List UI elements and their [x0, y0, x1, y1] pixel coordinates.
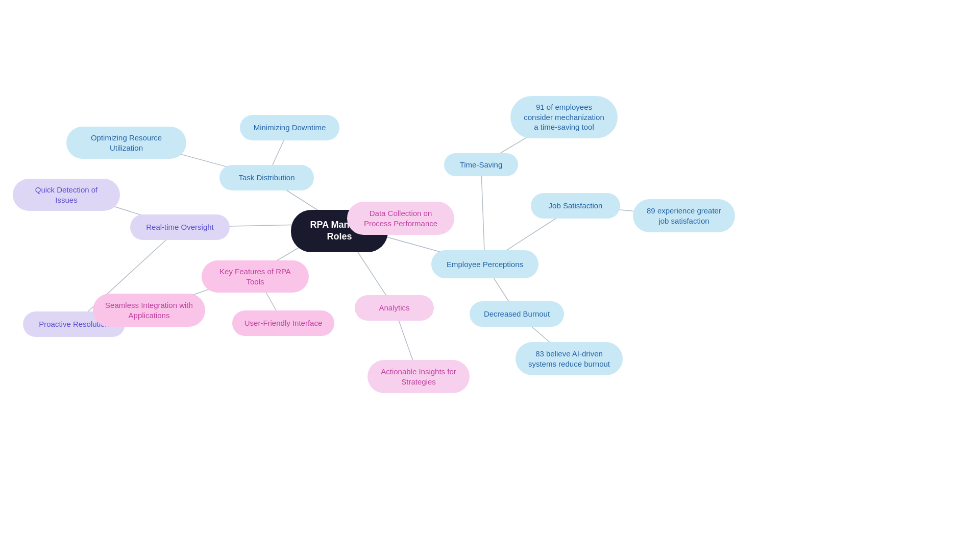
node-stat-jobsatisfaction[interactable]: 89 experience greater job satisfaction — [633, 199, 735, 232]
node-time-saving[interactable]: Time-Saving — [444, 153, 518, 176]
node-actionable-insights[interactable]: Actionable Insights for Strategies — [368, 360, 470, 393]
node-seamless-integration[interactable]: Seamless Integration with Applications — [93, 294, 205, 327]
node-stat-burnout[interactable]: 83 believe AI-driven systems reduce burn… — [516, 342, 623, 375]
node-optimizing-resource[interactable]: Optimizing Resource Utilization — [66, 127, 186, 159]
node-minimizing-downtime[interactable]: Minimizing Downtime — [240, 115, 339, 140]
node-key-features[interactable]: Key Features of RPA Tools — [202, 260, 309, 293]
node-real-time-oversight[interactable]: Real-time Oversight — [130, 214, 230, 240]
node-task-distribution[interactable]: Task Distribution — [219, 165, 314, 190]
node-stat-timesaving[interactable]: 91 of employees consider mechanization a… — [510, 96, 618, 138]
node-data-collection[interactable]: Data Collection on Process Performance — [347, 202, 454, 235]
node-job-satisfaction[interactable]: Job Satisfaction — [531, 193, 620, 219]
svg-line-13 — [481, 165, 485, 265]
node-employee-perceptions[interactable]: Employee Perceptions — [431, 250, 538, 278]
node-analytics[interactable]: Analytics — [355, 295, 434, 321]
node-decreased-burnout[interactable]: Decreased Burnout — [470, 301, 564, 327]
mindmap-canvas: RPA Manager RolesTask DistributionMinimi… — [0, 0, 980, 553]
node-quick-detection[interactable]: Quick Detection of Issues — [13, 179, 120, 211]
node-user-friendly[interactable]: User-Friendly Interface — [232, 310, 334, 336]
